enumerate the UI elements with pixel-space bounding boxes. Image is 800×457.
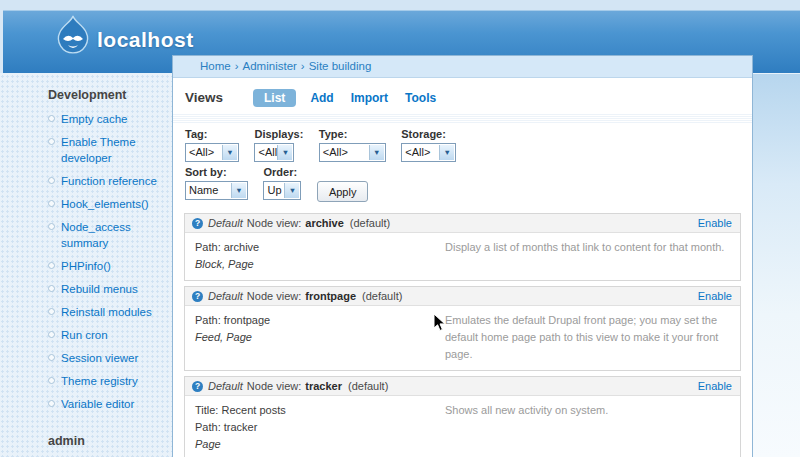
view-path: Path: archive	[195, 239, 437, 256]
sidebar-link[interactable]: Rebuild menus	[61, 283, 138, 295]
filter-label: Sort by:	[185, 166, 248, 178]
sidebar-link[interactable]: Node_access summary	[61, 221, 131, 249]
view-title: Title: Recent posts	[195, 402, 437, 419]
view-type: Default	[208, 217, 243, 229]
sidebar-link[interactable]: Run cron	[61, 329, 108, 341]
sidebar-item-session-viewer: Session viewer	[48, 350, 170, 366]
chevron-down-icon: ▼	[231, 183, 246, 198]
sidebar-item-node-access-summary: Node_access summary	[48, 219, 170, 251]
view-kind: Node view:	[247, 380, 301, 392]
sidebar-link[interactable]: Reinstall modules	[61, 306, 152, 318]
view-kind: Node view:	[247, 290, 301, 302]
enable-link[interactable]: Enable	[698, 380, 732, 392]
help-icon[interactable]: ?	[192, 381, 203, 392]
chevron-down-icon: ▼	[439, 145, 454, 160]
bullet-circle-icon	[48, 177, 55, 184]
sidebar-link[interactable]: Hook_elements()	[61, 198, 149, 210]
views-filters: Tag: <All>▼ Displays: <All>▼ Type: <All>…	[173, 123, 752, 208]
view-row-header: ? Default Node view: tracker (default) E…	[185, 377, 740, 396]
bullet-circle-icon	[48, 200, 55, 207]
view-path: Path: tracker	[195, 419, 437, 436]
view-info: Path: frontpage Feed, Page	[195, 312, 437, 363]
view-displays: Block, Page	[195, 256, 437, 273]
sidebar-link[interactable]: Enable Theme developer	[61, 136, 136, 164]
help-icon[interactable]: ?	[192, 218, 203, 229]
tag-select[interactable]: <All>▼	[185, 143, 239, 162]
view-info: Title: Recent posts Path: tracker Page	[195, 402, 437, 453]
bullet-circle-icon	[48, 400, 55, 407]
view-displays: Feed, Page	[195, 329, 437, 346]
filter-row-2: Sort by: Name▼ Order: Up▼ Apply	[185, 166, 752, 202]
type-select[interactable]: <All>▼	[319, 143, 386, 162]
sidebar-item-phpinfo: PHPinfo()	[48, 258, 170, 274]
chevron-down-icon: ▼	[277, 145, 292, 160]
view-description: Emulates the default Drupal front page; …	[437, 312, 730, 363]
enable-link[interactable]: Enable	[698, 217, 732, 229]
breadcrumb-link-home[interactable]: Home	[200, 60, 231, 72]
sidebar-menu-development: Empty cache Enable Theme developer Funct…	[0, 111, 172, 412]
view-type: Default	[208, 290, 243, 302]
drupal-logo-icon	[53, 15, 93, 55]
sidebar-link[interactable]: Empty cache	[61, 113, 127, 125]
breadcrumb-separator: ›	[301, 60, 305, 72]
sidebar-link[interactable]: PHPinfo()	[61, 260, 111, 272]
view-type: Default	[208, 380, 243, 392]
bullet-circle-icon	[48, 115, 55, 122]
sidebar-link[interactable]: Session viewer	[61, 352, 138, 364]
page-top-strip	[0, 0, 800, 10]
bullet-circle-icon	[48, 223, 55, 230]
sidebar-item-enable-theme-developer: Enable Theme developer	[48, 134, 170, 166]
view-row-archive: ? Default Node view: archive (default) E…	[184, 213, 741, 281]
filter-label: Storage:	[401, 128, 456, 140]
sidebar-link[interactable]: Function reference	[61, 175, 157, 187]
breadcrumb: Home›Administer›Site building	[173, 56, 752, 78]
tab-tools[interactable]: Tools	[405, 91, 436, 105]
sidebar-section-admin: admin	[48, 434, 168, 448]
chevron-down-icon: ▼	[284, 183, 299, 198]
view-row-body: Path: archive Block, Page Display a list…	[185, 233, 740, 280]
page-title: Views	[185, 90, 223, 105]
view-name: archive	[305, 217, 344, 229]
bullet-circle-icon	[48, 262, 55, 269]
sidebar-link[interactable]: Variable editor	[61, 398, 134, 410]
sort-by-select[interactable]: Name▼	[185, 181, 248, 200]
chevron-down-icon: ▼	[222, 145, 237, 160]
view-name: tracker	[305, 380, 342, 392]
breadcrumb-link-administer[interactable]: Administer	[243, 60, 297, 72]
filter-label: Tag:	[185, 128, 239, 140]
sidebar-item-hook-elements: Hook_elements()	[48, 196, 170, 212]
bullet-circle-icon	[48, 138, 55, 145]
apply-button[interactable]: Apply	[317, 181, 369, 202]
filter-sort-by: Sort by: Name▼	[185, 166, 248, 200]
sidebar-link[interactable]: Theme registry	[61, 375, 138, 387]
breadcrumb-separator: ›	[235, 60, 239, 72]
title-row: ViewsListAddImportTools	[173, 78, 752, 110]
order-select[interactable]: Up▼	[263, 181, 301, 200]
breadcrumb-current: Site building	[309, 60, 372, 72]
enable-link[interactable]: Enable	[698, 290, 732, 302]
tab-add[interactable]: Add	[310, 91, 333, 105]
displays-select[interactable]: <All>▼	[254, 143, 294, 162]
sidebar-item-run-cron: Run cron	[48, 327, 170, 343]
view-row-tracker: ? Default Node view: tracker (default) E…	[184, 376, 741, 457]
chevron-down-icon: ▼	[369, 145, 384, 160]
view-description: Display a list of months that link to co…	[437, 239, 730, 273]
tab-list[interactable]: List	[253, 89, 296, 107]
filter-order: Order: Up▼	[263, 166, 301, 200]
view-path: Path: frontpage	[195, 312, 437, 329]
help-icon[interactable]: ?	[192, 291, 203, 302]
bullet-circle-icon	[48, 285, 55, 292]
filter-displays: Displays: <All>▼	[254, 128, 303, 162]
sidebar-item-empty-cache: Empty cache	[48, 111, 170, 127]
bullet-circle-icon	[48, 331, 55, 338]
bullet-circle-icon	[48, 308, 55, 315]
view-suffix: (default)	[350, 217, 390, 229]
filter-label: Displays:	[254, 128, 303, 140]
sidebar-item-function-reference: Function reference	[48, 173, 170, 189]
views-list: ? Default Node view: archive (default) E…	[173, 208, 752, 457]
sidebar-item-reinstall-modules: Reinstall modules	[48, 304, 170, 320]
sidebar-item-theme-registry: Theme registry	[48, 373, 170, 389]
tab-import[interactable]: Import	[351, 91, 388, 105]
storage-select[interactable]: <All>▼	[401, 143, 456, 162]
view-description: Shows all new activity on system.	[437, 402, 730, 453]
